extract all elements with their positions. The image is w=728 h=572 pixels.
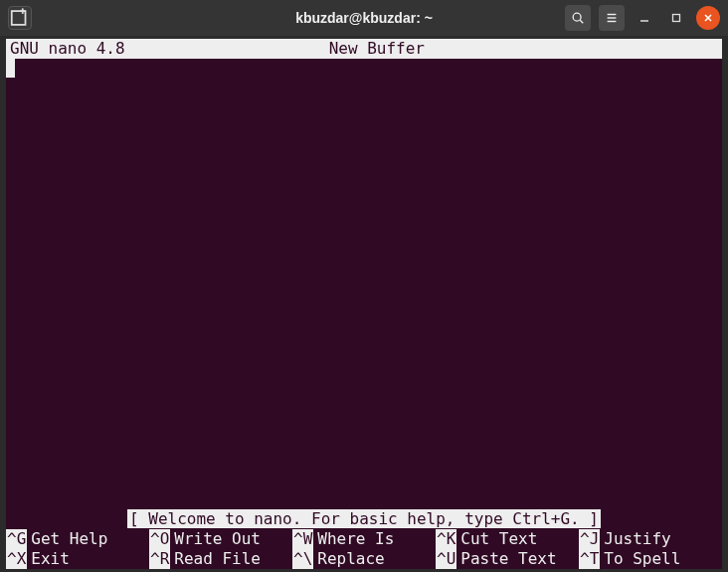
svg-point-3 <box>573 13 581 21</box>
minimize-icon <box>639 13 649 23</box>
shortcut-read-file: ^RRead File <box>149 549 292 569</box>
status-message: [ Welcome to nano. For basic help, type … <box>127 509 601 528</box>
shortcut-where-is: ^WWhere Is <box>292 529 436 549</box>
search-icon <box>571 11 585 25</box>
hamburger-icon <box>605 11 619 25</box>
window-titlebar: kbuzdar@kbuzdar: ~ <box>0 0 728 36</box>
new-tab-button[interactable] <box>8 6 32 30</box>
shortcut-justify: ^JJustify <box>579 529 722 549</box>
editor-area[interactable] <box>6 59 722 509</box>
shortcut-replace: ^\Replace <box>292 549 436 569</box>
shortcut-get-help: ^GGet Help <box>6 529 149 549</box>
shortcut-write-out: ^OWrite Out <box>149 529 292 549</box>
nano-header: GNU nano 4.8 New Buffer <box>6 39 722 59</box>
nano-buffer-label: New Buffer <box>36 39 718 59</box>
shortcut-bar: ^GGet Help ^OWrite Out ^WWhere Is ^KCut … <box>6 529 722 569</box>
svg-line-4 <box>580 20 583 23</box>
close-button[interactable] <box>696 6 720 30</box>
maximize-icon <box>671 13 681 23</box>
text-cursor <box>6 59 15 78</box>
search-button[interactable] <box>565 5 591 31</box>
maximize-button[interactable] <box>664 6 688 30</box>
menu-button[interactable] <box>599 5 625 31</box>
svg-rect-9 <box>673 15 680 22</box>
status-line: [ Welcome to nano. For basic help, type … <box>6 509 722 529</box>
shortcut-row-1: ^GGet Help ^OWrite Out ^WWhere Is ^KCut … <box>6 529 722 549</box>
shortcut-exit: ^XExit <box>6 549 149 569</box>
close-icon <box>703 13 713 23</box>
terminal[interactable]: GNU nano 4.8 New Buffer [ Welcome to nan… <box>6 39 722 569</box>
shortcut-paste-text: ^UPaste Text <box>436 549 579 569</box>
minimize-button[interactable] <box>633 6 656 30</box>
shortcut-to-spell: ^TTo Spell <box>579 549 722 569</box>
shortcut-row-2: ^XExit ^RRead File ^\Replace ^UPaste Tex… <box>6 549 722 569</box>
shortcut-cut-text: ^KCut Text <box>436 529 579 549</box>
new-tab-icon <box>9 7 31 29</box>
